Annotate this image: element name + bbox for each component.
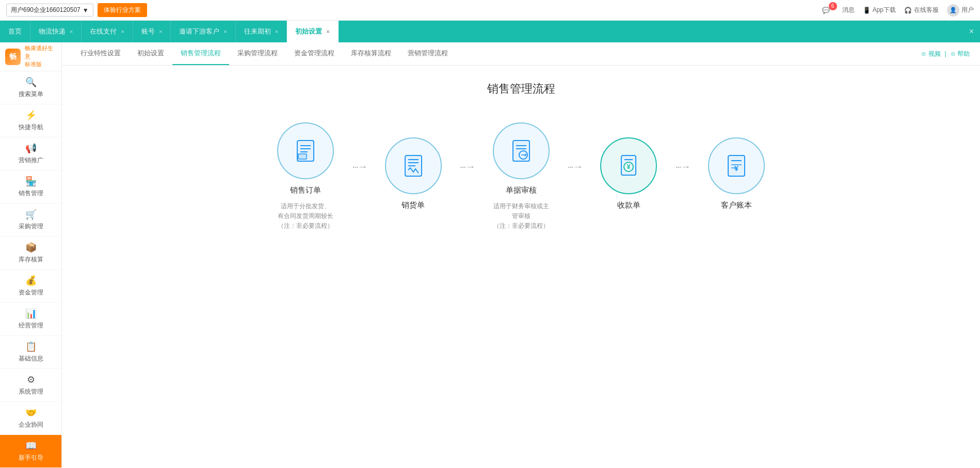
sidebar-item-operations[interactable]: 📊 经营管理 — [0, 303, 61, 336]
sub-tab-sales-flow-label: 销售管理流程 — [181, 49, 221, 57]
user-selector[interactable]: 用户690企业1660120507 ▼ — [6, 4, 93, 17]
sidebar-basic-label: 基础信息 — [19, 354, 43, 363]
sidebar-operations-label: 经营管理 — [19, 321, 43, 330]
finance-icon: 💰 — [25, 275, 37, 286]
sidebar-quick-label: 快捷导航 — [19, 123, 43, 132]
flow-item-receipt: ¥ 收款单 — [582, 137, 675, 216]
flow-circle-delivery[interactable] — [385, 137, 442, 194]
nav-tab-logistics-close[interactable]: × — [70, 28, 73, 35]
operations-icon: 📊 — [25, 308, 37, 319]
nav-tab-home[interactable]: 首页 — [0, 21, 30, 42]
review-icon — [509, 138, 534, 163]
flow-label-ledger: 客户账本 — [721, 200, 752, 210]
sidebar-item-sales[interactable]: 🏪 销售管理 — [0, 170, 61, 204]
sidebar: 畅 畅康通好生意 标准版 🔍 搜索菜单 ⚡ 快捷导航 📢 营销推广 🏪 销售管理… — [0, 42, 62, 468]
divider1: | — [945, 50, 946, 57]
nav-tab-init[interactable]: 初始设置 × — [287, 21, 338, 42]
trial-button[interactable]: 体验行业方案 — [98, 3, 147, 17]
nav-tab-logistics[interactable]: 物流快递 × — [30, 21, 82, 42]
sidebar-item-purchase[interactable]: 🛒 采购管理 — [0, 204, 61, 237]
flow-arrow-3: ···→ — [568, 161, 583, 173]
sidebar-logo: 畅 畅康通好生意 标准版 — [0, 42, 61, 71]
sidebar-newbie-label: 新手引导 — [19, 454, 43, 462]
sub-tab-finance-flow[interactable]: 资金管理流程 — [286, 42, 343, 65]
sidebar-collab-label: 企业协同 — [19, 420, 43, 429]
content-area: 行业特性设置 初始设置 销售管理流程 采购管理流程 资金管理流程 库存核算流程 — [62, 42, 980, 468]
sub-tab-marketing-flow[interactable]: 营销管理流程 — [399, 42, 456, 65]
sub-tab-inventory-flow-label: 库存核算流程 — [351, 49, 391, 57]
nav-tab-home-label: 首页 — [8, 27, 22, 36]
flow-desc-review: 适用于财务审核或主管审核（注：非必要流程） — [493, 201, 549, 231]
headset-icon: 🎧 — [904, 7, 912, 14]
nav-tab-payment-close[interactable]: × — [121, 28, 124, 35]
nav-tab-payment-label: 在线支付 — [90, 27, 117, 36]
app-label: App下载 — [873, 6, 896, 14]
marketing-icon: 📢 — [25, 143, 37, 154]
sidebar-item-search[interactable]: 🔍 搜索菜单 — [0, 71, 61, 104]
sub-tab-init[interactable]: 初始设置 — [129, 42, 172, 65]
svg-text:¥: ¥ — [627, 163, 631, 170]
collab-icon: 🤝 — [25, 407, 37, 418]
video-btn[interactable]: ⊙ 视频 — [921, 50, 940, 58]
sidebar-item-newbie[interactable]: 📖 新手引导 — [0, 435, 61, 468]
sidebar-sales-label: 销售管理 — [19, 189, 43, 198]
nav-tab-period[interactable]: 往来期初 × — [236, 21, 287, 42]
flow-arrow-1: ···→ — [352, 161, 367, 173]
sidebar-inventory-label: 库存核算 — [19, 255, 43, 264]
sidebar-item-marketing[interactable]: 📢 营销推广 — [0, 137, 61, 170]
flow-circle-review[interactable] — [493, 122, 550, 179]
nav-tab-logistics-label: 物流快递 — [39, 27, 66, 36]
basic-icon: 📋 — [25, 341, 37, 352]
message-label: 消息 — [842, 6, 855, 14]
sidebar-item-inventory[interactable]: 📦 库存核算 — [0, 237, 61, 270]
nav-tab-account-close[interactable]: × — [159, 28, 162, 35]
nav-tab-account[interactable]: 账号 × — [133, 21, 171, 42]
search-icon: 🔍 — [25, 76, 37, 88]
app-download-item[interactable]: 📱 App下载 — [863, 6, 896, 14]
sidebar-item-quick[interactable]: ⚡ 快捷导航 — [0, 104, 61, 137]
main-layout: 畅 畅康通好生意 标准版 🔍 搜索菜单 ⚡ 快捷导航 📢 营销推广 🏪 销售管理… — [0, 42, 980, 468]
flow-diagram: 销售订单 适用于分批发货、有合同发货周期较长（注：非必要流程） ···→ — [83, 122, 959, 231]
newbie-icon: 📖 — [25, 440, 37, 451]
sub-tab-sales-flow[interactable]: 销售管理流程 — [172, 42, 229, 65]
sub-tab-purchase-flow-label: 采购管理流程 — [237, 49, 278, 57]
service-item[interactable]: 🎧 在线客服 — [904, 6, 939, 14]
sub-tab-marketing-flow-label: 营销管理流程 — [408, 49, 448, 57]
sidebar-item-basic[interactable]: 📋 基础信息 — [0, 336, 61, 369]
nav-tab-invite-close[interactable]: × — [223, 28, 227, 35]
flow-label-delivery: 销货单 — [401, 200, 425, 210]
flow-item-sales-order: 销售订单 适用于分批发货、有合同发货周期较长（注：非必要流程） — [259, 122, 352, 231]
nav-tab-period-close[interactable]: × — [275, 28, 278, 35]
flow-item-review: 单据审核 适用于财务审核或主管审核（注：非必要流程） — [475, 122, 568, 231]
selector-chevron-icon: ▼ — [83, 7, 89, 14]
inventory-icon: 📦 — [25, 242, 37, 253]
flow-arrow-4: ···→ — [675, 161, 690, 173]
svg-text:¥: ¥ — [734, 164, 738, 173]
message-item[interactable]: 💬 6 消息 — [822, 6, 855, 14]
sidebar-item-system[interactable]: ⚙ 系统管理 — [0, 369, 61, 402]
sub-tab-init-label: 初始设置 — [137, 49, 164, 57]
system-icon: ⚙ — [27, 374, 35, 385]
flow-label-sales-order: 销售订单 — [290, 185, 321, 195]
sub-tabs: 行业特性设置 初始设置 销售管理流程 采购管理流程 资金管理流程 库存核算流程 — [62, 42, 980, 66]
sidebar-item-finance[interactable]: 💰 资金管理 — [0, 270, 61, 303]
nav-tab-init-close[interactable]: × — [326, 28, 329, 35]
flow-circle-sales-order[interactable] — [277, 122, 334, 179]
user-item[interactable]: 👤 用户 — [947, 4, 974, 17]
sales-icon: 🏪 — [25, 176, 37, 187]
flow-circle-ledger[interactable]: ¥ — [708, 137, 765, 194]
sub-tab-inventory-flow[interactable]: 库存核算流程 — [343, 42, 399, 65]
top-bar-left: 用户690企业1660120507 ▼ 体验行业方案 — [6, 3, 147, 17]
nav-close-all[interactable]: × — [969, 27, 974, 36]
sidebar-item-collab[interactable]: 🤝 企业协同 — [0, 402, 61, 435]
sub-tab-industry[interactable]: 行业特性设置 — [72, 42, 129, 65]
app-icon: 📱 — [863, 7, 871, 14]
flow-circle-receipt[interactable]: ¥ — [600, 137, 657, 194]
nav-tab-invite[interactable]: 邀请下游客户 × — [171, 21, 235, 42]
sub-tab-purchase-flow[interactable]: 采购管理流程 — [229, 42, 286, 65]
nav-tab-invite-label: 邀请下游客户 — [179, 27, 219, 36]
ledger-icon: ¥ — [724, 153, 749, 178]
nav-tab-period-label: 往来期初 — [244, 27, 271, 36]
help-btn[interactable]: ⊙ 帮助 — [951, 50, 970, 58]
nav-tab-payment[interactable]: 在线支付 × — [82, 21, 133, 42]
